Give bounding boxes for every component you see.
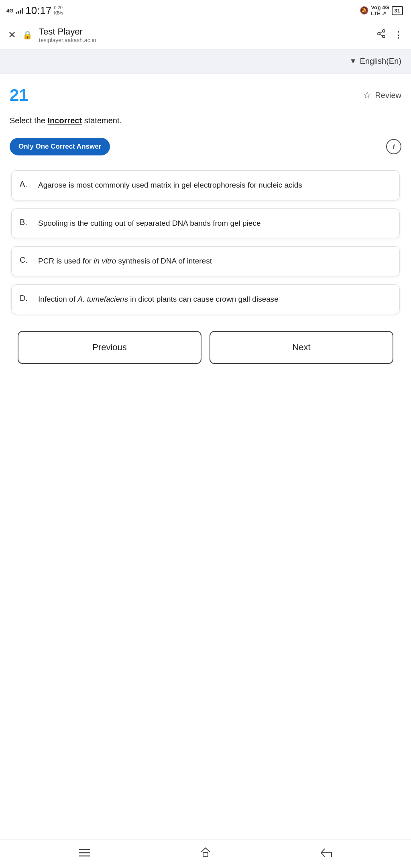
network-type: 4G <box>6 8 13 14</box>
navigation-buttons: Previous Next <box>10 318 401 377</box>
question-text-suffix: statement. <box>82 116 122 125</box>
option-d-label: D. <box>20 294 31 303</box>
info-button[interactable]: i <box>386 139 401 154</box>
more-options-icon[interactable]: ⋮ <box>394 30 403 40</box>
option-b[interactable]: B. Spooling is the cutting out of separa… <box>11 208 400 239</box>
language-label: English(En) <box>360 57 401 66</box>
svg-line-4 <box>380 32 383 33</box>
answer-type-badge: Only One Correct Answer <box>10 138 110 155</box>
back-icon[interactable] <box>321 848 332 860</box>
question-header: 21 ☆ Review <box>10 86 401 105</box>
svg-point-2 <box>383 35 385 38</box>
home-icon[interactable] <box>200 847 211 861</box>
close-button[interactable]: ✕ <box>8 29 16 41</box>
status-left: 4G 10:17 0.20KB/s <box>6 4 63 17</box>
browser-actions: ⋮ <box>376 29 403 41</box>
status-time: 10:17 <box>25 4 51 17</box>
question-area: 21 ☆ Review Select the Incorrect stateme… <box>0 74 411 385</box>
signal-strength <box>16 7 23 14</box>
option-c-label: C. <box>20 255 31 265</box>
chevron-down-icon: ▼ <box>350 57 357 65</box>
language-selector[interactable]: ▼ English(En) <box>350 57 401 66</box>
option-a-text: Agarose is most commonly used matrix in … <box>38 180 302 191</box>
url-info: Test Player testplayer.aakash.ac.in <box>39 27 370 43</box>
previous-button[interactable]: Previous <box>18 331 201 364</box>
browser-title: Test Player <box>39 27 370 37</box>
answer-type-row: Only One Correct Answer i <box>10 138 401 155</box>
status-right: 🔕 Vo)) 4GLTE ↗ 31 <box>360 4 403 16</box>
svg-point-1 <box>378 33 380 35</box>
option-c-text: PCR is used for in vitro synthesis of DN… <box>38 255 212 267</box>
lte-icon: Vo)) 4GLTE ↗ <box>371 4 389 16</box>
option-d-text: Infection of A. tumefaciens in dicot pla… <box>38 294 279 305</box>
option-a-label: A. <box>20 180 31 189</box>
option-c[interactable]: C. PCR is used for in vitro synthesis of… <box>11 246 400 276</box>
star-icon: ☆ <box>363 90 372 101</box>
browser-chrome: ✕ 🔒 Test Player testplayer.aakash.ac.in … <box>0 21 411 49</box>
language-bar: ▼ English(En) <box>0 49 411 74</box>
battery-level: 31 <box>392 6 403 15</box>
next-button[interactable]: Next <box>210 331 393 364</box>
question-text: Select the Incorrect statement. <box>10 114 401 127</box>
question-text-prefix: Select the <box>10 116 48 125</box>
network-speed: 0.20KB/s <box>54 5 63 16</box>
menu-icon[interactable] <box>79 848 90 860</box>
share-icon[interactable] <box>376 29 386 41</box>
divider <box>10 162 401 162</box>
review-button[interactable]: ☆ Review <box>363 90 401 101</box>
options-list: A. Agarose is most commonly used matrix … <box>10 170 401 314</box>
lock-icon: 🔒 <box>22 30 33 40</box>
option-a[interactable]: A. Agarose is most commonly used matrix … <box>11 170 400 200</box>
svg-point-0 <box>383 30 385 32</box>
option-b-label: B. <box>20 218 31 227</box>
review-label: Review <box>375 91 401 100</box>
svg-rect-8 <box>203 852 208 857</box>
option-b-text: Spooling is the cutting out of separated… <box>38 218 261 229</box>
browser-url: testplayer.aakash.ac.in <box>39 37 370 43</box>
question-number: 21 <box>10 86 28 105</box>
option-d[interactable]: D. Infection of A. tumefaciens in dicot … <box>11 284 400 315</box>
question-text-bold: Incorrect <box>48 116 82 125</box>
android-nav-bar <box>0 839 411 868</box>
status-bar: 4G 10:17 0.20KB/s 🔕 Vo)) 4GLTE ↗ 31 <box>0 0 411 21</box>
mute-icon: 🔕 <box>360 6 368 15</box>
spacer <box>0 385 411 433</box>
svg-line-3 <box>380 35 383 36</box>
